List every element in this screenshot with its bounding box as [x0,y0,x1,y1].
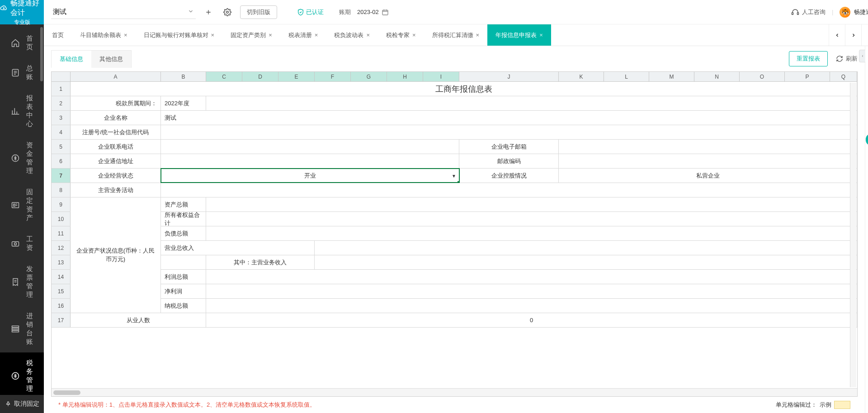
col-header-B[interactable]: B [161,72,206,81]
reset-button[interactable]: 重置报表 [789,51,828,66]
cell[interactable] [206,197,857,211]
row-header-11[interactable]: 11 [52,226,71,240]
row-header-1[interactable]: 1 [52,82,71,96]
col-header-P[interactable]: P [785,72,830,81]
col-header-I[interactable]: I [423,72,459,81]
sidebar-item-asset[interactable]: 固定资产 [0,182,44,229]
row-header-3[interactable]: 3 [52,111,71,125]
sidebar-item-home[interactable]: 首页 [0,28,44,58]
col-header-L[interactable]: L [604,72,649,81]
tab-1[interactable]: 斗目辅助余额表 × [72,24,136,46]
settings-button[interactable] [221,6,234,19]
col-header-O[interactable]: O [740,72,785,81]
company-name-val[interactable]: 测试 [161,111,857,125]
reg-code-val[interactable] [161,125,857,139]
tab-close-icon[interactable]: × [539,32,543,38]
scrollbar-thumb[interactable] [53,390,80,395]
cell[interactable] [206,226,857,240]
subtab-1[interactable]: 其他信息 [91,51,131,68]
tab-2[interactable]: 日记账与银行对账单核对 × [136,24,223,46]
row-header-7[interactable]: 7 [52,169,71,183]
sidebar-item-inventory[interactable]: 进销台账 [0,305,44,352]
staff-val[interactable]: 0 [206,313,857,327]
tab-close-icon[interactable]: × [366,32,370,38]
row-header-2[interactable]: 2 [52,96,71,110]
col-header-Q[interactable]: Q [830,72,857,81]
user-menu[interactable]: 🐯 畅捷通B组... [840,7,868,18]
col-header-N[interactable]: N [694,72,740,81]
select-all-corner[interactable] [52,72,71,81]
sidebar-scrollbar[interactable] [40,27,43,81]
tab-prev-button[interactable] [829,24,845,46]
vertical-scrollbar[interactable] [850,83,856,387]
tab-3[interactable]: 固定资产类别 × [222,24,280,46]
tab-close-icon[interactable]: × [476,32,480,38]
org-selector[interactable] [51,5,196,19]
org-input[interactable] [51,5,196,19]
row-header-4[interactable]: 4 [52,125,71,139]
tab-close-icon[interactable]: × [315,32,318,38]
col-header-K[interactable]: K [559,72,604,81]
add-button[interactable] [202,6,215,19]
row-header-5[interactable]: 5 [52,140,71,154]
status-dropdown[interactable]: 开业▼ [161,169,459,183]
sidebar-item-funds[interactable]: 资金管理 [0,135,44,182]
col-header-H[interactable]: H [387,72,423,81]
tab-8[interactable]: 年报信息申报表 × [487,24,551,46]
tab-7[interactable]: 所得税汇算清缴 × [424,24,488,46]
period-selector[interactable]: 2023-02 [357,9,389,16]
sidebar-item-salary[interactable]: 工资 [0,229,44,258]
cell[interactable] [206,284,857,298]
tab-0[interactable]: 首页 [44,24,72,46]
refresh-button[interactable]: 刷新 [836,55,858,63]
row-header-17[interactable]: 17 [52,313,71,327]
cell[interactable] [206,299,857,313]
col-header-M[interactable]: M [649,72,694,81]
sidebar-item-ledger[interactable]: 总账 [0,58,44,88]
col-header-C[interactable]: C [206,72,242,81]
main-biz-val[interactable] [161,183,857,197]
row-header-16[interactable]: 16 [52,299,71,313]
collapse-rail-button[interactable] [859,50,865,62]
year-2022年[interactable]: 2022年 [866,134,868,145]
row-header-9[interactable]: 9 [52,197,71,211]
post-val[interactable] [559,154,857,168]
email-val[interactable] [559,140,857,154]
col-header-E[interactable]: E [278,72,315,81]
subtab-0[interactable]: 基础信息 [52,51,91,68]
tab-close-icon[interactable]: × [211,32,215,38]
sheet-body[interactable]: 1工商年报信息表2税款所属期间：2022年度3企业名称测试4注册号/统一社会信用… [52,82,857,388]
row-header-8[interactable]: 8 [52,183,71,197]
cell[interactable] [315,241,857,255]
col-header-G[interactable]: G [351,72,387,81]
switch-old-button[interactable]: 切到旧版 [240,5,277,19]
cell[interactable] [206,270,857,284]
sidebar-item-tax[interactable]: 税务管理 [0,352,44,395]
col-header-J[interactable]: J [459,72,559,81]
col-header-F[interactable]: F [315,72,351,81]
tab-close-button[interactable] [861,24,868,46]
row-header-6[interactable]: 6 [52,154,71,168]
sidebar-item-report[interactable]: 报表中心 [0,88,44,135]
holding-val[interactable]: 私营企业 [559,169,857,183]
support-button[interactable]: 人工咨询 [791,8,826,16]
tab-5[interactable]: 税负波动表 × [326,24,378,46]
cell[interactable] [206,96,857,110]
phone-val[interactable] [161,140,459,154]
unpin-button[interactable]: 取消固定 [0,395,44,413]
tab-close-icon[interactable]: × [412,32,416,38]
col-header-A[interactable]: A [71,72,161,81]
cell[interactable] [206,212,857,226]
tab-4[interactable]: 税表清册 × [280,24,326,46]
horizontal-scrollbar[interactable] [52,388,857,396]
spreadsheet[interactable]: ABCDEFGHIJKLMNOPQ 1工商年报信息表2税款所属期间：2022年度… [51,71,858,397]
row-header-15[interactable]: 15 [52,284,71,298]
cell[interactable] [315,255,857,269]
col-header-D[interactable]: D [242,72,278,81]
tab-close-icon[interactable]: × [269,32,272,38]
tab-next-button[interactable] [845,24,861,46]
row-header-14[interactable]: 14 [52,270,71,284]
row-header-12[interactable]: 12 [52,241,71,255]
row-header-13[interactable]: 13 [52,255,71,269]
row-header-10[interactable]: 10 [52,212,71,226]
